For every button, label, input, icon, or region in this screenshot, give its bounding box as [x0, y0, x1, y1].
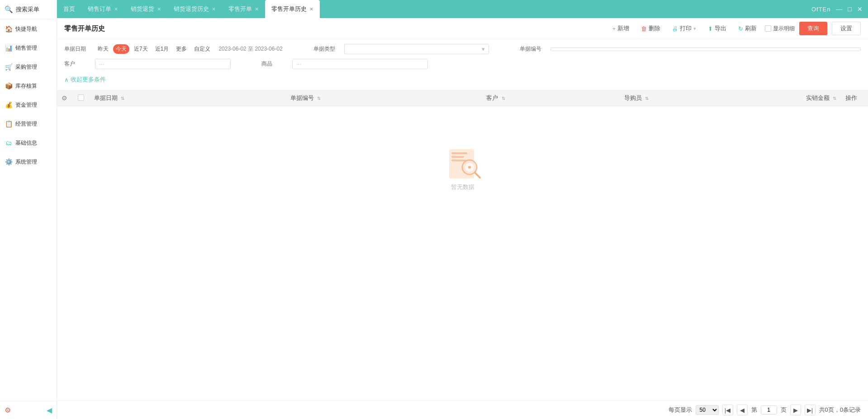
tab-retail-history[interactable]: 零售开单历史✕	[265, 0, 320, 18]
sort-salesman-icon: ⇅	[645, 96, 649, 101]
product-input[interactable]: ···	[292, 59, 428, 69]
tab-close-sales-return-history[interactable]: ✕	[212, 6, 216, 12]
pagination-first-btn[interactable]: |◀	[722, 405, 733, 415]
tab-sales-order[interactable]: 销售订单✕	[81, 0, 124, 18]
sidebar-bottom: ⚙ ◀	[0, 401, 57, 419]
sort-date-icon: ⇅	[121, 96, 124, 101]
sidebar-nav: 🏠 快捷导航 📊 销售管理 🛒 采购管理 📦 库存核算 💰 资金管理 📋 经营管…	[0, 19, 57, 171]
collapse-arrow-icon: ∧	[64, 76, 69, 83]
delete-icon: 🗑	[641, 25, 647, 32]
th-gear[interactable]: ⚙	[57, 90, 73, 106]
refresh-button[interactable]: ↻ 刷新	[735, 23, 760, 34]
date-label: 单据日期	[64, 45, 91, 53]
bill-no-input[interactable]	[550, 47, 861, 51]
pagination-prev-btn[interactable]: ◀	[737, 405, 748, 415]
new-button[interactable]: + 新增	[608, 23, 633, 34]
th-customer[interactable]: 客户 ⇅	[482, 90, 620, 106]
page-number-input[interactable]	[761, 405, 777, 414]
sidebar-item-sales-mgmt[interactable]: 📊 销售管理	[0, 38, 57, 57]
display-detail-toggle[interactable]: 显示明细	[765, 25, 795, 33]
date-1month[interactable]: 近1月	[152, 44, 172, 54]
sidebar-item-finance[interactable]: 💰 资金管理	[0, 95, 57, 114]
sidebar-item-purchase-mgmt[interactable]: 🛒 采购管理	[0, 57, 57, 76]
tab-sales-return[interactable]: 销货退货✕	[124, 0, 167, 18]
sidebar-item-operations[interactable]: 📋 经营管理	[0, 114, 57, 133]
sort-no-icon: ⇅	[317, 96, 321, 101]
tab-retail-open[interactable]: 零售开单✕	[222, 0, 265, 18]
page-label: 第	[751, 406, 757, 414]
close-window-icon[interactable]: ✕	[857, 5, 863, 13]
svg-line-6	[475, 173, 480, 178]
maximize-icon[interactable]: □	[848, 5, 852, 13]
tab-close-retail-history[interactable]: ✕	[309, 6, 313, 12]
sidebar-item-quick-nav[interactable]: 🏠 快捷导航	[0, 19, 57, 38]
empty-state: 暂无数据	[57, 106, 868, 227]
pagination: 每页显示 50 20 100 200 |◀ ◀ 第 页 ▶ ▶| 共0页，0条记…	[57, 400, 868, 419]
customer-input[interactable]: ···	[95, 59, 231, 69]
delete-label: 删除	[649, 24, 660, 33]
empty-text: 暂无数据	[451, 183, 474, 191]
window-controls: OfTEn — □ ✕	[811, 5, 868, 13]
th-customer-label: 客户	[486, 94, 498, 101]
purchase-mgmt-icon: 🛒	[5, 63, 13, 71]
empty-illustration	[440, 142, 485, 183]
date-buttons: 昨天 今天 近7天 近1月 更多 自定义	[95, 44, 213, 54]
tab-home[interactable]: 首页	[57, 0, 81, 18]
minimize-icon[interactable]: —	[836, 5, 843, 13]
per-page-label: 每页显示	[669, 406, 692, 414]
bill-type-arrow-icon: ▾	[482, 46, 485, 52]
sort-amount-icon: ⇅	[833, 96, 836, 101]
print-button[interactable]: 🖨 打印 ▾	[669, 23, 700, 34]
table-header-row: ⚙ 单据日期 ⇅ 单据编号 ⇅	[57, 90, 868, 106]
svg-rect-3	[451, 160, 466, 161]
sort-customer-icon: ⇅	[502, 96, 505, 101]
pagination-next-btn[interactable]: ▶	[790, 405, 801, 415]
th-action-label: 操作	[845, 94, 857, 101]
export-button[interactable]: ⬆ 导出	[704, 23, 730, 34]
th-no[interactable]: 单据编号 ⇅	[286, 90, 482, 106]
tab-sales-return-history[interactable]: 销货退货历史✕	[167, 0, 222, 18]
settings-bottom-icon[interactable]: ⚙	[5, 406, 11, 414]
sidebar-item-inventory[interactable]: 📦 库存核算	[0, 76, 57, 95]
collapse-label: 收起更多条件	[71, 75, 106, 84]
collapse-button[interactable]: ∧ 收起更多条件	[64, 75, 861, 84]
date-custom[interactable]: 自定义	[191, 44, 213, 54]
tab-label-sales-order: 销售订单	[88, 5, 111, 13]
tab-close-sales-order[interactable]: ✕	[114, 6, 118, 12]
date-range-display: 2023-06-02 至 2023-06-02	[218, 45, 282, 53]
bill-type-select[interactable]: ▾	[344, 44, 489, 54]
setting-button[interactable]: 设置	[832, 22, 861, 35]
sidebar-search[interactable]: 🔍 搜索采单	[0, 0, 57, 19]
filter-row-1: 单据日期 昨天 今天 近7天 近1月 更多 自定义 2023-06-02 至 2…	[64, 44, 861, 54]
sidebar-item-label-operations: 经营管理	[15, 120, 37, 128]
tab-close-retail-open[interactable]: ✕	[255, 6, 259, 12]
query-button[interactable]: 查询	[799, 22, 827, 35]
display-checkbox[interactable]	[765, 25, 771, 32]
sidebar-item-basic-info[interactable]: 🗂 基础信息	[0, 133, 57, 152]
sidebar-item-system[interactable]: ⚙️ 系统管理	[0, 152, 57, 171]
date-yesterday[interactable]: 昨天	[95, 44, 111, 54]
refresh-label: 刷新	[745, 24, 757, 33]
date-today[interactable]: 今天	[113, 44, 129, 54]
collapse-sidebar-icon[interactable]: ◀	[47, 406, 52, 414]
th-date[interactable]: 单据日期 ⇅	[90, 90, 286, 106]
tab-label-sales-return-history: 销货退货历史	[174, 5, 209, 13]
th-salesman[interactable]: 导购员 ⇅	[620, 90, 787, 106]
per-page-select[interactable]: 50 20 100 200	[696, 405, 719, 415]
th-salesman-label: 导购员	[624, 94, 642, 101]
pagination-last-btn[interactable]: ▶|	[805, 405, 816, 415]
tab-close-sales-return[interactable]: ✕	[157, 6, 161, 12]
new-label: 新增	[617, 24, 629, 33]
th-checkbox[interactable]	[73, 90, 90, 106]
date-7days[interactable]: 近7天	[131, 44, 151, 54]
th-amount[interactable]: 实销金额 ⇅	[787, 90, 841, 106]
delete-button[interactable]: 🗑 删除	[637, 23, 664, 34]
checkbox-all[interactable]	[78, 94, 84, 101]
quick-nav-icon: 🏠	[5, 25, 13, 33]
date-more[interactable]: 更多	[173, 44, 190, 54]
tab-label-sales-return: 销货退货	[131, 5, 154, 13]
gear-icon[interactable]: ⚙	[62, 94, 67, 102]
sidebar-item-label-finance: 资金管理	[15, 101, 37, 109]
finance-icon: 💰	[5, 101, 13, 109]
export-icon: ⬆	[708, 25, 713, 32]
